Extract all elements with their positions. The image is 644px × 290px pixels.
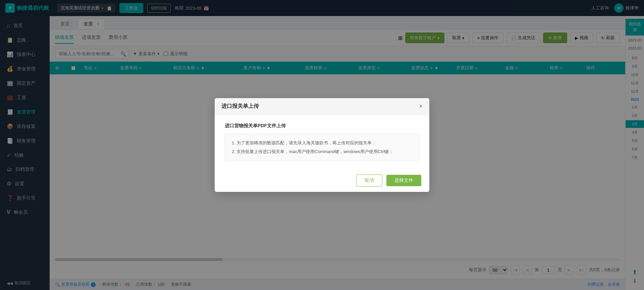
import-customs-modal: 进口报关单上传 × 进口货物报关单PDF文件上传 1. 为了更加稀准的数据匹配，… <box>215 98 429 192</box>
modal-confirm-button[interactable]: 选择文件 <box>386 175 421 186</box>
modal-cancel-button[interactable]: 取消 <box>356 174 382 187</box>
modal-close-button[interactable]: × <box>419 103 423 110</box>
modal-instruction-1: 1. 为了更加稀准的数据匹配，请先录入海关缴款书，再上传对应的报关单； <box>232 139 412 147</box>
modal-instruction-2: 2. 支持批量上传进口报关单，mac用户使用Command键，windows用户… <box>232 147 412 156</box>
modal-info-box: 1. 为了更加稀准的数据匹配，请先录入海关缴款书，再上传对应的报关单； 2. 支… <box>225 134 419 161</box>
modal-overlay: 进口报关单上传 × 进口货物报关单PDF文件上传 1. 为了更加稀准的数据匹配，… <box>0 0 644 290</box>
modal-footer: 取消 选择文件 <box>215 169 429 192</box>
modal-header: 进口报关单上传 × <box>215 98 429 115</box>
modal-section-title: 进口货物报关单PDF文件上传 <box>225 123 419 129</box>
modal-body: 进口货物报关单PDF文件上传 1. 为了更加稀准的数据匹配，请先录入海关缴款书，… <box>215 115 429 169</box>
modal-title: 进口报关单上传 <box>221 103 259 110</box>
